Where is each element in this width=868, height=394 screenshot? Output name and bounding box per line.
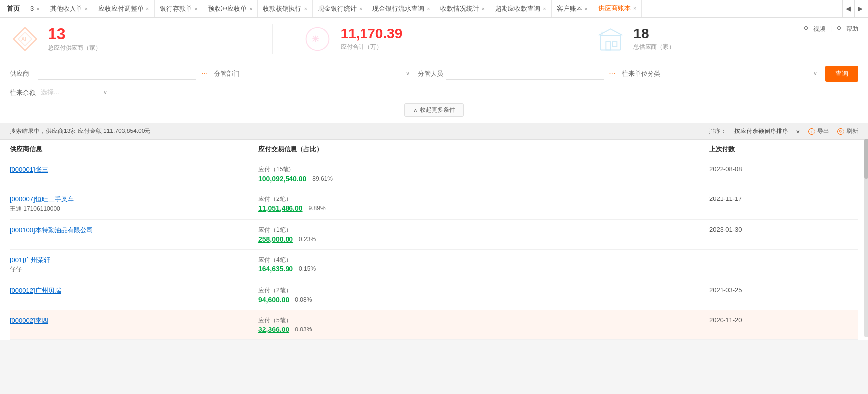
last-pay-date-2: 2021-11-17 [709,195,742,202]
trans-row-4: 164,635.90 0.15% [258,265,709,273]
last-pay-date-1: 2022-08-08 [709,165,742,173]
export-label: 导出 [817,127,829,135]
vertical-scrollbar[interactable] [864,139,868,337]
nav-left-arrow[interactable]: ◀ [842,0,854,18]
table-row: [000007]恒旺二手叉车 王通 17106110000 应付（2笔） 11,… [10,189,858,220]
nav-tab-overdue-query[interactable]: 超期应收款查询 × [490,0,551,18]
svg-rect-7 [612,42,617,46]
trans-amount-5[interactable]: 94,600.00 [258,296,289,304]
trans-row-2: 11,051,486.00 9.89% [258,204,709,212]
nav-tab-prepay-collect[interactable]: 预收冲应收单 × [203,0,258,18]
trans-label-1: 应付（15笔） [258,165,709,174]
ap-adjust-close[interactable]: × [146,6,149,12]
filter-section: 供应商 ··· 分管部门 ∨ 分管人员 ··· 往来单位分类 ∨ 查询 [0,60,868,123]
nav-tab-other-income[interactable]: 其他收入单 × [45,0,93,18]
last-pay-date-6: 2020-11-20 [709,316,742,324]
customer-account-close[interactable]: × [585,6,588,12]
scrollbar-thumb[interactable] [864,139,868,179]
person-dots-btn[interactable]: ··· [609,69,615,78]
filter-item-category: 往来单位分类 ∨ [622,68,820,79]
nav-tab-collect-check[interactable]: 收款核销执行 × [258,0,312,18]
ap-total-label: 应付合计（万） [341,43,403,51]
trans-amount-4[interactable]: 164,635.90 [258,265,293,273]
supplier-link-6[interactable]: [000002]李四 [10,317,48,324]
bank-deposit-label: 银行存款单 [160,4,192,13]
supplier-account-close[interactable]: × [633,5,636,11]
trans-percent-2: 9.89% [309,205,326,212]
last-pay-date-3: 2023-01-30 [709,226,742,233]
trans-amount-6[interactable]: 32,366.00 [258,326,289,333]
supplier-cell-2: [000007]恒旺二手叉车 王通 17106110000 [10,195,258,213]
overdue-query-close[interactable]: × [543,6,546,12]
svg-rect-6 [606,42,610,50]
supplier-filter-label: 供应商 [10,69,35,78]
nav-tab-home[interactable]: 首页 [2,0,25,18]
supplier-link-4[interactable]: [001]广州荣轩 [10,256,50,263]
supplier-link-2[interactable]: [000007]恒旺二手叉车 [10,196,74,203]
collect-stat-close[interactable]: × [482,6,485,12]
prepay-collect-close[interactable]: × [249,6,252,12]
trans-cell-1: 应付（15笔） 100,092,540.00 89.61% [258,165,709,183]
collect-stat-label: 收款情况统计 [440,4,479,13]
customer-account-label: 客户账本 [557,4,582,13]
nav-tab-cash-bank-stat[interactable]: 现金银行统计 × [313,0,367,18]
help-link[interactable]: 帮助 [846,25,858,33]
category-select[interactable]: ∨ [663,68,820,79]
stat-divider-2 [580,24,580,54]
nav-tab-ap-adjust[interactable]: 应收应付调整单 × [93,0,154,18]
nav-arrows: ◀ ▶ [842,0,866,18]
last-pay-cell-1: 2022-08-08 [709,165,858,173]
results-actions: 排序： 按应付余额倒序排序 ∨ ↑ 导出 ↻ 刷新 [709,127,858,135]
trans-percent-6: 0.03% [295,326,312,333]
results-summary: 搜索结果中，供应商13家 应付金额 111,703,854.00元 [10,128,150,134]
refresh-button[interactable]: ↻ 刷新 [837,127,858,135]
dept-chevron-down-icon: ∨ [406,70,410,77]
trans-amount-2[interactable]: 11,051,486.00 [258,204,303,212]
supplier-link-5[interactable]: [000012]广州贝瑞 [10,287,61,294]
balance-chevron-down-icon: ∨ [103,89,107,96]
trans-amount-1[interactable]: 100,092,540.00 [258,175,306,183]
bank-deposit-close[interactable]: × [195,6,198,12]
nav-tab-bank-deposit[interactable]: 银行存款单 × [155,0,203,18]
supplier-dots-btn[interactable]: ··· [201,69,208,78]
cash-bank-flow-close[interactable]: × [427,6,430,12]
tab-3-close[interactable]: × [36,6,39,12]
video-icon: ⊙ [804,25,808,33]
trans-amount-3[interactable]: 258,000.00 [258,235,293,243]
link-separator: | [830,25,832,33]
collect-check-close[interactable]: × [304,6,307,12]
export-button[interactable]: ↑ 导出 [808,127,829,135]
nav-tab-3[interactable]: 3 × [25,0,45,18]
filter-item-supplier: 供应商 ··· [10,68,208,80]
supplier-link-1[interactable]: [000001]张三 [10,166,48,173]
nav-tab-cash-bank-flow[interactable]: 现金银行流水查询 × [367,0,435,18]
table-row: [001]广州荣轩 仔仔 应付（4笔） 164,635.90 0.15% [10,250,858,280]
balance-select[interactable]: 选择... ∨ [39,86,109,99]
dept-select[interactable]: ∨ [243,68,412,79]
filter-item-dept: 分管部门 ∨ [214,68,412,79]
filter-item-person: 分管人员 ··· [418,68,616,80]
nav-tab-customer-account[interactable]: 客户账本 × [552,0,593,18]
nav-right-arrow[interactable]: ▶ [854,0,866,18]
trans-label-4: 应付（4笔） [258,256,709,264]
collapse-button[interactable]: ∧ 收起更多条件 [404,103,464,117]
cash-bank-stat-close[interactable]: × [359,6,362,12]
refresh-label: 刷新 [846,127,858,135]
trans-label-3: 应付（1笔） [258,226,709,234]
person-input[interactable] [446,68,604,80]
nav-tab-collect-stat[interactable]: 收款情况统计 × [435,0,490,18]
trans-row-1: 100,092,540.00 89.61% [258,175,709,183]
nav-tab-supplier-account[interactable]: 供应商账本 × [593,0,642,18]
video-link[interactable]: 视频 [813,25,825,33]
sort-value[interactable]: 按应付余额倒序排序 [734,127,788,135]
supplier-cell-5: [000012]广州贝瑞 [10,286,258,295]
trans-row-5: 94,600.00 0.08% [258,296,709,304]
table-row: [000002]李四 应付（5笔） 32,366.00 0.03% 2020-1… [10,310,858,340]
supplier-input[interactable] [38,68,196,80]
cash-bank-flow-label: 现金银行流水查询 [372,4,424,13]
help-icon: ⊙ [837,25,841,33]
trans-label-5: 应付（2笔） [258,286,709,295]
supplier-link-3[interactable]: [000100]本特勤油品有限公司 [10,226,93,234]
other-income-close[interactable]: × [85,6,88,12]
query-button[interactable]: 查询 [825,66,858,82]
